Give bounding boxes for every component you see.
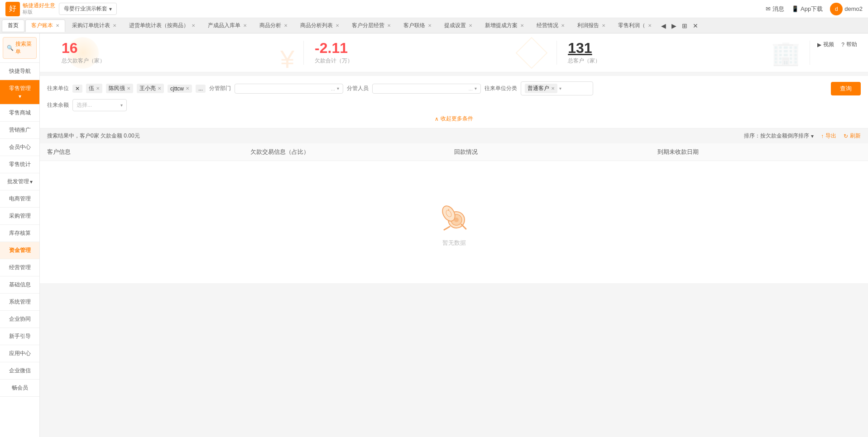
export-button[interactable]: ↑ 导出	[821, 132, 836, 140]
filter-tag-unit-x-label: ✕	[75, 86, 80, 92]
tab-stock-close[interactable]: ✕	[192, 23, 195, 28]
unit-class-selector[interactable]: 普通客户 ✕ ▾	[521, 81, 593, 95]
stat-customers-value: 16	[62, 41, 78, 55]
tab-profit[interactable]: 利润报告 ✕	[571, 19, 611, 32]
filter-tag-chen-label: 陈民强	[109, 85, 125, 92]
tab-purchase-orders[interactable]: 采购订单统计表 ✕	[66, 19, 122, 32]
content-area: ¥ 16 总欠款客户（家） -2.11 欠款合计（万） 🏢 131 总客户（家）…	[40, 33, 868, 437]
sidebar-item-purchase[interactable]: 采购管理	[0, 208, 39, 225]
tab-new-achievement[interactable]: 新增提成方案 ✕	[479, 19, 530, 32]
tab-customers-close[interactable]: ✕	[56, 23, 59, 28]
tab-purchase-close[interactable]: ✕	[113, 23, 116, 28]
sidebar-item-quick-nav[interactable]: 快捷导航	[0, 63, 39, 80]
col-debt-header: 欠款交易信息（占比）	[250, 148, 454, 156]
filter-tag-more[interactable]: ...	[196, 85, 206, 93]
tab-product-analysis-label: 商品分析	[259, 22, 281, 29]
sidebar-item-operation[interactable]: 经营管理	[0, 259, 39, 276]
workspace-chevron-icon: ▾	[109, 6, 112, 12]
tab-reminder[interactable]: 提成设置 ✕	[438, 19, 478, 32]
collapse-button[interactable]: ∧ 收起更多条件	[435, 115, 473, 123]
tab-product-list-close[interactable]: ✕	[336, 23, 339, 28]
tab-product-close[interactable]: ✕	[284, 23, 288, 28]
user-area[interactable]: d demo2	[830, 3, 863, 15]
unit-class-remove[interactable]: ✕	[551, 86, 555, 91]
sidebar-item-vip[interactable]: 畅会员	[0, 380, 39, 397]
filter-row-1: 往来单位 ✕ 伍 ✕ 陈民强 ✕ 王小亮 ✕ cjttcw	[47, 81, 861, 95]
sidebar-item-ecommerce[interactable]: 电商管理	[0, 190, 39, 208]
sidebar-item-system[interactable]: 系统管理	[0, 294, 39, 311]
tab-next-button[interactable]: ▶	[669, 22, 679, 29]
sidebar-item-beginner[interactable]: 新手引导	[0, 328, 39, 345]
dept-dots: ...	[331, 86, 335, 91]
tab-product-analysis[interactable]: 商品分析 ✕	[254, 19, 293, 32]
person-filter-label: 分管人员	[347, 85, 369, 92]
stat-bg-diamond	[516, 37, 548, 69]
tab-contact-close[interactable]: ✕	[428, 23, 432, 28]
tab-stock-stats[interactable]: 进货单统计表（按商品） ✕	[123, 19, 201, 32]
stat-clients-value: 131	[568, 41, 592, 55]
tab-customer-layer[interactable]: 客户分层经营 ✕	[346, 19, 397, 32]
tab-product-list[interactable]: 商品分析列表 ✕	[294, 19, 345, 32]
message-button[interactable]: ✉ 消息	[766, 5, 784, 13]
sidebar-item-member[interactable]: 会员中心	[0, 139, 39, 156]
enterprise-coop-label: 企业协同	[9, 315, 31, 323]
tab-production[interactable]: 产成品入库单 ✕	[202, 19, 253, 32]
filter-tag-wang-remove[interactable]: ✕	[158, 86, 161, 91]
sidebar-item-retail[interactable]: 零售管理 ▾	[0, 80, 39, 104]
tab-home[interactable]: 首页	[2, 19, 24, 32]
tab-layer-close[interactable]: ✕	[387, 23, 391, 28]
stat-total-customers: ¥ 16 总欠款客户（家）	[51, 41, 304, 65]
tab-production-close[interactable]: ✕	[243, 23, 247, 28]
filter-tag-unit-x: ✕	[72, 85, 82, 93]
tab-operation[interactable]: 经营情况 ✕	[531, 19, 571, 32]
tab-expand-button[interactable]: ⊞	[679, 22, 690, 29]
tab-profit-close[interactable]: ✕	[602, 23, 605, 28]
refresh-button[interactable]: ↻ 刷新	[844, 132, 861, 140]
query-button[interactable]: 查询	[831, 82, 861, 95]
workspace-selector[interactable]: 母婴行业演示帐套 ▾	[59, 3, 117, 15]
sidebar-item-batch[interactable]: 批发管理 ▾	[0, 173, 39, 190]
sidebar-item-inventory[interactable]: 库存核算	[0, 225, 39, 242]
download-button[interactable]: 📱 App下载	[791, 5, 823, 13]
dept-selector[interactable]: ... ▾	[235, 84, 343, 94]
sidebar-item-retail-mall[interactable]: 零售商城	[0, 104, 39, 122]
sidebar-item-app-center[interactable]: 应用中心	[0, 345, 39, 362]
tab-stock-stats-label: 进货单统计表（按商品）	[129, 22, 189, 29]
person-selector[interactable]: ... ▾	[372, 84, 481, 94]
sidebar-item-retail-stats[interactable]: 零售统计	[0, 156, 39, 173]
sidebar-item-marketing[interactable]: 营销推广	[0, 122, 39, 139]
logo-icon: 好	[5, 2, 20, 16]
sidebar-item-wechat[interactable]: 企业微信	[0, 362, 39, 380]
tab-customer-layer-label: 客户分层经营	[352, 22, 384, 29]
tab-reminder-close[interactable]: ✕	[469, 23, 472, 28]
quick-nav-label: 快捷导航	[9, 67, 31, 75]
tab-achievement-close[interactable]: ✕	[520, 23, 524, 28]
video-button[interactable]: ▶ 视频	[817, 41, 834, 48]
app-center-label: 应用中心	[9, 350, 31, 357]
person-dots: ...	[469, 86, 473, 91]
sidebar-item-basic[interactable]: 基础信息	[0, 276, 39, 294]
tab-retail-close[interactable]: ✕	[648, 23, 652, 28]
tab-profit-label: 利润报告	[577, 22, 599, 29]
filter-tag-chen-remove[interactable]: ✕	[127, 86, 130, 91]
balance-placeholder: 选择...	[77, 101, 119, 109]
tab-retail-profit[interactable]: 零售利润（ ✕	[612, 19, 657, 32]
sort-selector[interactable]: 排序：按欠款金额倒序排序 ▾	[744, 132, 814, 140]
search-menu-button[interactable]: 🔍 搜索菜单	[3, 37, 37, 59]
tab-customers[interactable]: 客户账本 ✕	[25, 19, 65, 32]
basic-label: 基础信息	[9, 281, 31, 289]
filter-tag-wu-remove[interactable]: ✕	[96, 86, 100, 91]
sidebar-item-finance[interactable]: 资金管理	[0, 242, 39, 259]
video-icon: ▶	[817, 42, 821, 48]
tab-operation-close[interactable]: ✕	[561, 23, 565, 28]
search-menu-label: 搜索菜单	[15, 40, 33, 56]
tab-prev-button[interactable]: ◀	[658, 22, 669, 29]
sidebar-item-enterprise-coop[interactable]: 企业协同	[0, 311, 39, 328]
balance-selector[interactable]: 选择... ▾	[72, 99, 127, 111]
filter-tag-cjttcw-remove[interactable]: ✕	[186, 86, 189, 91]
ecommerce-label: 电商管理	[9, 195, 31, 203]
svg-line-2	[444, 227, 450, 230]
help-button[interactable]: ? 帮助	[841, 41, 857, 48]
tab-close-all-button[interactable]: ✕	[690, 22, 701, 29]
tab-customer-contact[interactable]: 客户联络 ✕	[398, 19, 437, 32]
